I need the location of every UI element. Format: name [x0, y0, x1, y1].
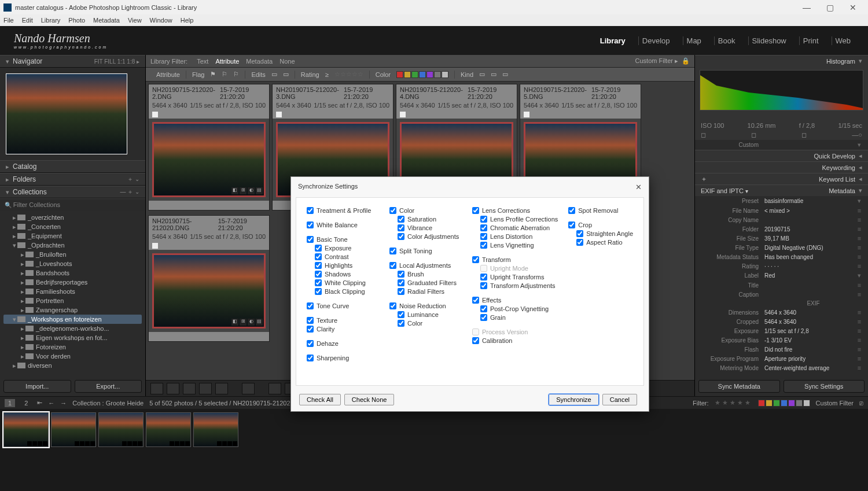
- menu-window[interactable]: Window: [150, 17, 172, 24]
- color-swatch-0[interactable]: [758, 400, 765, 407]
- flag-picked-icon[interactable]: ⚑: [210, 71, 216, 78]
- metadata-row[interactable]: File TypeDigital Negative (DNG)≡: [695, 243, 868, 252]
- color-swatch-4[interactable]: [426, 71, 433, 78]
- lock-icon[interactable]: 🔒: [682, 57, 690, 65]
- keyword-list-header[interactable]: ＋Keyword List◂: [695, 173, 868, 184]
- cb-brush[interactable]: Brush: [398, 270, 462, 278]
- filmstrip-thumb[interactable]: [193, 412, 238, 447]
- cb-straighten-angle[interactable]: Straighten Angle: [576, 229, 633, 238]
- filter-tab-none[interactable]: None: [279, 58, 295, 65]
- cb-sharpening[interactable]: Sharpening: [307, 353, 379, 362]
- cb-white-clipping[interactable]: White Clipping: [315, 278, 379, 287]
- cb-dehaze[interactable]: Dehaze: [307, 339, 379, 348]
- module-library[interactable]: Library: [597, 36, 629, 45]
- synchronize-button[interactable]: Synchronize: [549, 394, 599, 405]
- cb-split-toning[interactable]: Split Toning: [389, 246, 462, 255]
- color-swatch-2[interactable]: [773, 400, 780, 407]
- metadata-row[interactable]: Copy Name≡: [695, 215, 868, 224]
- filmstrip-thumb[interactable]: [51, 412, 96, 447]
- metadata-row[interactable]: Metering ModeCenter-weighted average≡: [695, 363, 868, 372]
- quick-develop-header[interactable]: Quick Develop◂: [695, 150, 868, 161]
- filter-stars[interactable]: ★★★★★: [715, 399, 752, 407]
- menu-library[interactable]: Library: [41, 17, 61, 24]
- export-button[interactable]: Export...: [75, 380, 142, 393]
- grid-switch-1[interactable]: 1: [5, 399, 15, 407]
- cb-transform-adjustments[interactable]: Transform Adjustments: [480, 281, 558, 290]
- metadata-row[interactable]: FlashDid not fire≡: [695, 345, 868, 354]
- tree-item[interactable]: ▸_overzichten: [3, 213, 142, 222]
- edits-icon-2[interactable]: ▭: [283, 71, 289, 78]
- thumbnail-cell[interactable]: NH20190715-212020-2.DNG15-7-2019 21:20:2…: [148, 84, 270, 211]
- cb-aspect-ratio[interactable]: Aspect Ratio: [576, 238, 633, 246]
- dialog-close-icon[interactable]: ✕: [635, 183, 642, 191]
- metadata-row[interactable]: Rating · · · · · ≡: [695, 261, 868, 271]
- check-none-button[interactable]: Check None: [344, 394, 395, 405]
- grid-switch-2[interactable]: 2: [21, 399, 31, 407]
- kind-icon-1[interactable]: ▭: [479, 71, 485, 78]
- folders-header[interactable]: ▸Folders＋ ⌄: [0, 173, 145, 186]
- metadata-row[interactable]: File Size39,17 MB≡: [695, 234, 868, 243]
- histogram-header[interactable]: Histogram▾: [695, 55, 868, 67]
- menu-metadata[interactable]: Metadata: [93, 17, 120, 24]
- filter-tab-text[interactable]: Text: [197, 58, 208, 65]
- module-map[interactable]: Map: [683, 36, 705, 45]
- people-view-icon[interactable]: [215, 383, 228, 394]
- rating-stars[interactable]: ☆☆☆☆☆: [334, 71, 363, 78]
- color-swatch-3[interactable]: [781, 400, 788, 407]
- spray-icon[interactable]: [242, 383, 255, 394]
- cb-texture[interactable]: Texture: [307, 316, 379, 324]
- color-swatch-5[interactable]: [796, 400, 803, 407]
- kind-icon-3[interactable]: ▭: [502, 71, 508, 78]
- tree-item[interactable]: ▸_Loveshoots: [3, 259, 142, 268]
- nav-next-icon[interactable]: →: [60, 400, 67, 407]
- metadata-row[interactable]: Exposure Bias-1 3/10 EV≡: [695, 335, 868, 345]
- metadata-row[interactable]: Caption≡: [695, 290, 868, 299]
- close-button[interactable]: ✕: [841, 3, 865, 12]
- check-all-button[interactable]: Check All: [299, 394, 341, 405]
- cb-color-adjustments[interactable]: Color Adjustments: [398, 232, 462, 241]
- tree-item[interactable]: ▸Eigen workshops en fot...: [3, 333, 142, 342]
- color-swatch-0[interactable]: [396, 71, 403, 78]
- menu-edit[interactable]: Edit: [22, 17, 33, 24]
- maximize-button[interactable]: ▢: [818, 3, 841, 12]
- edits-icon[interactable]: ▭: [271, 71, 277, 78]
- survey-view-icon[interactable]: [199, 383, 212, 394]
- tree-item[interactable]: ▸Fotoreizen: [3, 342, 142, 352]
- collections-header[interactable]: ▾Collections— ＋ ⌄: [0, 186, 145, 198]
- tree-item[interactable]: ▸Bedrijfsreportages: [3, 278, 142, 287]
- filmstrip-thumb[interactable]: [3, 412, 49, 447]
- tree-item[interactable]: ▸diversen: [3, 361, 142, 370]
- cb-calibration[interactable]: Calibration: [472, 336, 558, 345]
- cb-noise-reduction[interactable]: Noise Reduction: [389, 301, 462, 310]
- nav-prev-parent-icon[interactable]: ⇤: [37, 399, 42, 407]
- flag-rejected-icon[interactable]: ⚐: [233, 71, 239, 78]
- cb-color[interactable]: Color: [389, 206, 462, 215]
- cb-shadows[interactable]: Shadows: [315, 270, 379, 278]
- catalog-header[interactable]: ▸Catalog: [0, 160, 145, 173]
- nav-prev-icon[interactable]: ←: [48, 400, 54, 407]
- grid-view-icon[interactable]: [150, 383, 163, 394]
- cb-saturation[interactable]: Saturation: [398, 215, 462, 223]
- module-print[interactable]: Print: [799, 36, 822, 45]
- cb-tone-curve[interactable]: Tone Curve: [307, 301, 379, 310]
- module-slideshow[interactable]: Slideshow: [748, 36, 790, 45]
- color-swatch-6[interactable]: [803, 400, 810, 407]
- tree-item[interactable]: ▸Portretten: [3, 296, 142, 305]
- cb-process-version[interactable]: Process Version: [472, 327, 558, 336]
- filter-tab-metadata[interactable]: Metadata: [246, 58, 273, 65]
- tree-item[interactable]: ▸Familieshoots: [3, 287, 142, 296]
- custom-filter-dropdown-bottom[interactable]: Custom Filter: [816, 400, 854, 407]
- cb-treatment[interactable]: Treatment & Profile: [307, 206, 379, 215]
- compare-view-icon[interactable]: [183, 383, 196, 394]
- menu-view[interactable]: View: [128, 17, 142, 24]
- metadata-header[interactable]: EXIF and IPTC ▾ Metadata▾: [695, 184, 868, 196]
- navigator-preview[interactable]: [0, 68, 145, 160]
- color-swatch-1[interactable]: [766, 400, 773, 407]
- tree-item[interactable]: ▾_Opdrachten: [3, 241, 142, 250]
- metadata-row[interactable]: Folder20190715≡: [695, 224, 868, 234]
- menu-photo[interactable]: Photo: [68, 17, 85, 24]
- cb-transform[interactable]: Transform: [472, 255, 558, 264]
- cb-white-balance[interactable]: White Balance: [307, 220, 379, 229]
- cb-lens-distortion[interactable]: Lens Distortion: [480, 232, 558, 241]
- cb-lens-vignetting[interactable]: Lens Vignetting: [480, 241, 558, 249]
